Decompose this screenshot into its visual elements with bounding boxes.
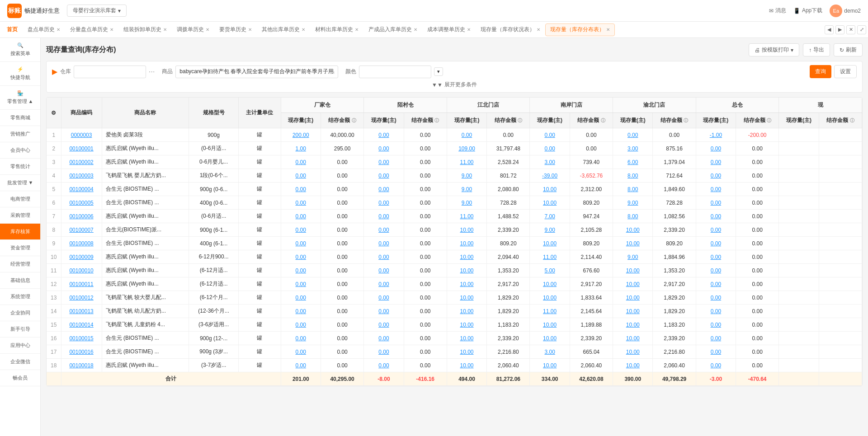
tab-cost-adjust[interactable]: 成本调整单历史 ✕ <box>422 23 476 36</box>
row-f-qty[interactable]: 0.00 <box>281 155 321 169</box>
row-total-qty[interactable]: 0.00 <box>696 196 736 210</box>
row-code[interactable]: 00100003 <box>61 169 102 183</box>
store-selector[interactable]: 母婴行业演示库套 ▾ <box>67 5 127 17</box>
row-m-qty[interactable]: 0.00 <box>364 250 404 264</box>
row-m-qty[interactable]: 0.00 <box>364 155 404 169</box>
user-item[interactable]: Ea demo2 <box>830 5 861 17</box>
sidebar-item-wechat-biz[interactable]: 企业微信 <box>0 354 40 370</box>
goods-input[interactable] <box>175 66 338 78</box>
row-yb-qty[interactable]: 8.00 <box>613 183 653 196</box>
row-m-qty[interactable]: 0.00 <box>364 128 404 142</box>
row-total-qty[interactable]: 0.00 <box>696 277 736 291</box>
row-na-qty[interactable]: 10.00 <box>530 291 570 305</box>
info-icon[interactable]: ⓘ <box>767 118 771 123</box>
row-f-qty[interactable]: 0.00 <box>281 345 321 359</box>
row-total-qty[interactable]: 0.00 <box>696 345 736 359</box>
row-code[interactable]: 00100004 <box>61 183 102 196</box>
row-na-qty[interactable]: 11.00 <box>530 250 570 264</box>
row-m-qty[interactable]: 0.00 <box>364 223 404 237</box>
row-na-qty[interactable]: 10.00 <box>530 332 570 345</box>
row-yb-qty[interactable]: 9.00 <box>613 196 653 210</box>
tab-prev-btn[interactable]: ◀ <box>825 25 834 34</box>
row-code[interactable]: 00100001 <box>61 142 102 155</box>
query-btn[interactable]: 查询 <box>810 65 831 78</box>
row-code[interactable]: 00100006 <box>61 210 102 223</box>
sidebar-item-member[interactable]: 会员中心 <box>0 142 40 159</box>
row-total-qty[interactable]: 0.00 <box>696 264 736 277</box>
tab-close-icon[interactable]: ✕ <box>537 28 540 32</box>
tab-stock-status[interactable]: 现存量（库存状况表） ✕ <box>476 23 545 36</box>
tab-close-icon[interactable]: ✕ <box>414 28 417 32</box>
row-total-qty[interactable]: 0.00 <box>696 305 736 318</box>
tab-purchase-order[interactable]: 要货单历史 ✕ <box>214 23 257 36</box>
row-na-qty[interactable]: 10.00 <box>530 359 570 372</box>
info-icon[interactable]: ⓘ <box>434 118 439 123</box>
row-f-qty[interactable]: 0.00 <box>281 250 321 264</box>
tab-transfer[interactable]: 调拨单历史 ✕ <box>172 23 214 36</box>
row-f-qty[interactable]: 0.00 <box>281 237 321 250</box>
row-m-qty[interactable]: 0.00 <box>364 277 404 291</box>
row-yb-qty[interactable]: 10.00 <box>613 277 653 291</box>
row-code[interactable]: 00100002 <box>61 155 102 169</box>
tab-close-icon[interactable]: ✕ <box>606 28 610 32</box>
row-m-qty[interactable]: 0.00 <box>364 169 404 183</box>
row-code[interactable]: 00100007 <box>61 223 102 237</box>
row-yb-qty[interactable]: 10.00 <box>613 291 653 305</box>
expand-btn[interactable]: ▼▼ 展开更多条件 <box>432 81 477 89</box>
sidebar-item-wholesale[interactable]: 批发管理 ▼ <box>0 175 40 191</box>
tab-expand-btn[interactable]: ⤢ <box>857 25 866 34</box>
row-code[interactable]: 00100005 <box>61 196 102 210</box>
row-yb-qty[interactable]: 10.00 <box>613 223 653 237</box>
row-na-qty[interactable]: 10.00 <box>530 318 570 332</box>
sidebar-item-ecom[interactable]: 电商管理 <box>0 191 40 207</box>
row-m-qty[interactable]: 0.00 <box>364 332 404 345</box>
sidebar-item-guide[interactable]: 新手引导 <box>0 321 40 338</box>
row-code[interactable]: 00100009 <box>61 250 102 264</box>
row-total-qty[interactable]: 0.00 <box>696 332 736 345</box>
row-total-qty[interactable]: 0.00 <box>696 237 736 250</box>
row-jb-qty[interactable]: 10.00 <box>447 291 486 305</box>
row-na-qty[interactable]: 10.00 <box>530 237 570 250</box>
info-icon[interactable]: ⓘ <box>601 118 605 123</box>
row-total-qty[interactable]: 0.00 <box>696 142 736 155</box>
sidebar-item-operations[interactable]: 经营管理 <box>0 256 40 272</box>
tab-close-icon[interactable]: ✕ <box>248 28 252 32</box>
tab-close-icon[interactable]: ✕ <box>467 28 471 32</box>
row-yb-qty[interactable]: 10.00 <box>613 237 653 250</box>
row-f-qty[interactable]: 0.00 <box>281 277 321 291</box>
row-na-qty[interactable]: 3.00 <box>530 155 570 169</box>
row-jb-qty[interactable]: 10.00 <box>447 223 486 237</box>
sidebar-item-search[interactable]: 🔍 搜索英单 <box>0 38 40 62</box>
sidebar-item-marketing[interactable]: 营销推广 <box>0 126 40 142</box>
tab-close-all-btn[interactable]: ✕ <box>846 25 855 34</box>
row-f-qty[interactable]: 0.00 <box>281 223 321 237</box>
row-f-qty[interactable]: 0.00 <box>281 332 321 345</box>
row-total-qty[interactable]: 0.00 <box>696 223 736 237</box>
row-jb-qty[interactable]: 11.00 <box>447 210 486 223</box>
row-m-qty[interactable]: 0.00 <box>364 237 404 250</box>
row-m-qty[interactable]: 0.00 <box>364 183 404 196</box>
export-btn[interactable]: ↑ 导出 <box>803 43 830 56</box>
row-na-qty[interactable]: 10.00 <box>530 196 570 210</box>
row-jb-qty[interactable]: 10.00 <box>447 264 486 277</box>
tab-finished-in[interactable]: 产成品入库单历史 ✕ <box>363 23 422 36</box>
row-yb-qty[interactable]: 10.00 <box>613 264 653 277</box>
row-f-qty[interactable]: 0.00 <box>281 359 321 372</box>
row-m-qty[interactable]: 0.00 <box>364 359 404 372</box>
row-na-qty[interactable]: 9.00 <box>530 223 570 237</box>
row-code[interactable]: 00100011 <box>61 277 102 291</box>
row-f-qty[interactable]: 0.00 <box>281 169 321 183</box>
row-f-qty[interactable]: 0.00 <box>281 183 321 196</box>
row-yb-qty[interactable]: 10.00 <box>613 332 653 345</box>
row-f-qty[interactable]: 1.00 <box>281 142 321 155</box>
row-jb-qty[interactable]: 10.00 <box>447 345 486 359</box>
filter-expand-arrow[interactable]: ▶ <box>52 67 57 76</box>
row-f-qty[interactable]: 0.00 <box>281 210 321 223</box>
color-input[interactable] <box>359 66 431 78</box>
tab-next-btn[interactable]: ▶ <box>835 25 844 34</box>
row-code[interactable]: 0000003 <box>61 128 102 142</box>
tab-assembly[interactable]: 组装拆卸单历史 ✕ <box>118 23 172 36</box>
row-jb-qty[interactable]: 10.00 <box>447 305 486 318</box>
row-na-qty[interactable]: 7.00 <box>530 210 570 223</box>
row-jb-qty[interactable]: 9.00 <box>447 183 486 196</box>
